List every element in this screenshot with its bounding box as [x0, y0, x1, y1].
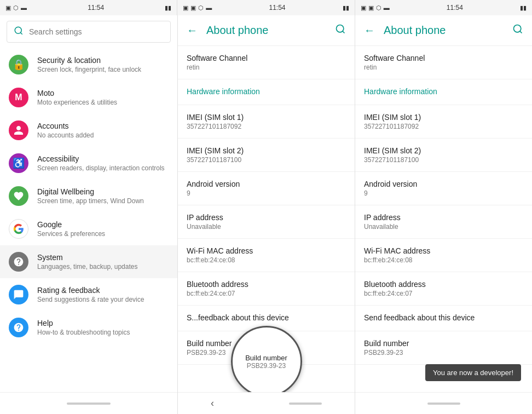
search-input[interactable]	[29, 27, 164, 36]
security-icon-circle: 🔒	[9, 55, 28, 74]
build-title-right: Build number	[364, 339, 523, 348]
status-panel-right: ▣▣⬡▬ 11:54 ▮▮	[355, 0, 532, 15]
search-bar[interactable]	[7, 21, 171, 43]
settings-item-google[interactable]: Google Services & preferences	[0, 212, 177, 245]
panel-header-mid: ← About phone	[178, 15, 355, 46]
nav-back-mid[interactable]: ‹	[211, 398, 214, 409]
search-icon	[14, 26, 24, 38]
about-item-android-right[interactable]: Android version 9	[355, 172, 532, 205]
rating-subtitle: Send suggestions & rate your device	[37, 296, 169, 303]
about-item-software-channel-right[interactable]: Software Channel retin	[355, 46, 532, 79]
imei1-value-mid: 357227101187092	[187, 123, 346, 130]
accounts-icon-circle	[9, 120, 28, 140]
wifi-value-right: bc:ff:eb:24:ce:08	[364, 256, 523, 264]
about-item-ip-mid[interactable]: IP address Unavailable	[178, 205, 355, 239]
about-item-hardware-mid: Hardware information	[178, 79, 355, 105]
about-item-hardware-right: Hardware information	[355, 79, 532, 105]
build-number-circle: Build number PSB29.39-23	[231, 326, 302, 392]
wifi-value-mid: bc:ff:eb:24:ce:08	[187, 256, 346, 264]
svg-point-4	[514, 25, 521, 32]
imei2-value-right: 357227101187100	[364, 156, 523, 164]
android-title-right: Android version	[364, 180, 523, 188]
settings-item-wellbeing[interactable]: Digital Wellbeing Screen time, app timer…	[0, 180, 177, 212]
imei2-title-mid: IMEI (SIM slot 2)	[187, 146, 346, 155]
status-time-left: 11:54	[88, 4, 104, 12]
about-item-build-mid[interactable]: Build number PSB29.39-23 Build number PS…	[178, 331, 355, 365]
hardware-title-mid: Hardware information	[187, 87, 346, 96]
settings-item-accounts[interactable]: Accounts No accounts added	[0, 114, 177, 147]
moto-icon-circle: M	[9, 88, 28, 107]
ip-value-right: Unavailable	[364, 223, 523, 231]
feedback-title-mid: S...feedback about this device	[187, 313, 346, 322]
wellbeing-text: Digital Wellbeing Screen time, app timer…	[37, 187, 169, 205]
bottom-nav-left	[0, 392, 177, 414]
system-title: System	[37, 253, 169, 262]
about-item-wifi-mid[interactable]: Wi-Fi MAC address bc:ff:eb:24:ce:08	[178, 239, 355, 272]
build-value-right: PSB29.39-23	[364, 349, 523, 357]
about-item-imei2-mid[interactable]: IMEI (SIM slot 2) 357227101187100	[178, 139, 355, 172]
settings-item-moto[interactable]: M Moto Moto experiences & utilities	[0, 81, 177, 114]
help-icon-circle	[9, 318, 28, 337]
wellbeing-subtitle: Screen time, app timers, Wind Down	[37, 197, 169, 205]
system-icon-circle	[9, 252, 28, 272]
about-panel-right: ← About phone Software Channel retin Har…	[355, 15, 532, 414]
wellbeing-title: Digital Wellbeing	[37, 187, 169, 196]
rating-text: Rating & feedback Send suggestions & rat…	[37, 286, 169, 303]
settings-item-security[interactable]: 🔒 Security & location Screen lock, finge…	[0, 48, 177, 81]
moto-title: Moto	[37, 89, 169, 97]
settings-item-system[interactable]: System Languages, time, backup, updates	[0, 245, 177, 278]
status-time-right: 11:54	[447, 4, 463, 12]
about-item-wifi-right[interactable]: Wi-Fi MAC address bc:ff:eb:24:ce:08	[355, 239, 532, 272]
about-item-imei1-mid[interactable]: IMEI (SIM slot 1) 357227101187092	[178, 105, 355, 139]
google-title: Google	[37, 220, 169, 229]
about-item-android-mid[interactable]: Android version 9	[178, 172, 355, 205]
status-icons-right-left: ▮▮	[165, 4, 171, 12]
ip-title-mid: IP address	[187, 213, 346, 222]
help-subtitle: How-to & troubleshooting topics	[37, 329, 169, 336]
bluetooth-title-mid: Bluetooth address	[187, 280, 346, 289]
software-channel-value-right: retin	[364, 64, 523, 71]
accessibility-text: Accessibility Screen readers, display, i…	[37, 154, 169, 172]
imei2-value-mid: 357227101187100	[187, 156, 346, 164]
google-subtitle: Services & preferences	[37, 230, 169, 238]
search-icon-mid[interactable]	[331, 19, 350, 42]
system-subtitle: Languages, time, backup, updates	[37, 263, 169, 271]
software-channel-value-mid: retin	[187, 64, 346, 71]
imei1-title-mid: IMEI (SIM slot 1)	[187, 113, 346, 122]
about-item-bluetooth-mid[interactable]: Bluetooth address bc:ff:eb:24:ce:07	[178, 272, 355, 306]
google-icon-circle	[9, 219, 28, 239]
wifi-title-right: Wi-Fi MAC address	[364, 246, 523, 255]
accessibility-subtitle: Screen readers, display, interaction con…	[37, 164, 169, 172]
settings-item-rating[interactable]: Rating & feedback Send suggestions & rat…	[0, 278, 177, 311]
nav-bar-handle	[67, 403, 111, 405]
ip-value-mid: Unavailable	[187, 223, 346, 231]
back-icon-right[interactable]: ←	[360, 20, 379, 41]
about-panel-mid: ← About phone Software Channel retin Har…	[178, 15, 355, 414]
security-subtitle: Screen lock, fingerprint, face unlock	[37, 66, 169, 73]
svg-point-0	[15, 27, 21, 33]
settings-item-accessibility[interactable]: ♿ Accessibility Screen readers, display,…	[0, 147, 177, 180]
settings-panel: 🔒 Security & location Screen lock, finge…	[0, 15, 178, 414]
toast-notification: You are now a developer!	[425, 364, 521, 381]
hardware-title-right: Hardware information	[364, 87, 523, 96]
about-item-feedback-right[interactable]: Send feedback about this device	[355, 306, 532, 331]
about-item-imei1-right[interactable]: IMEI (SIM slot 1) 357227101187092	[355, 105, 532, 139]
about-item-build-right[interactable]: Build number PSB29.39-23	[355, 331, 532, 365]
about-item-imei2-right[interactable]: IMEI (SIM slot 2) 357227101187100	[355, 139, 532, 172]
search-icon-right[interactable]	[508, 19, 528, 42]
main-content: 🔒 Security & location Screen lock, finge…	[0, 15, 532, 414]
back-icon-mid[interactable]: ←	[182, 20, 202, 41]
about-item-software-channel-mid[interactable]: Software Channel retin	[178, 46, 355, 79]
settings-item-help[interactable]: Help How-to & troubleshooting topics	[0, 311, 177, 344]
svg-line-5	[520, 31, 522, 33]
android-title-mid: Android version	[187, 180, 346, 188]
bluetooth-value-mid: bc:ff:eb:24:ce:07	[187, 290, 346, 297]
about-item-ip-right[interactable]: IP address Unavailable	[355, 205, 532, 239]
software-channel-title-right: Software Channel	[364, 54, 523, 62]
status-icons-mid-left: ▣▣⬡▬	[183, 4, 212, 12]
about-list-right: Software Channel retin Hardware informat…	[355, 46, 532, 392]
bottom-nav-right	[355, 392, 532, 414]
nav-bar-handle-right	[427, 403, 460, 405]
about-item-bluetooth-right[interactable]: Bluetooth address bc:ff:eb:24:ce:07	[355, 272, 532, 306]
panel-title-mid: About phone	[206, 24, 331, 37]
